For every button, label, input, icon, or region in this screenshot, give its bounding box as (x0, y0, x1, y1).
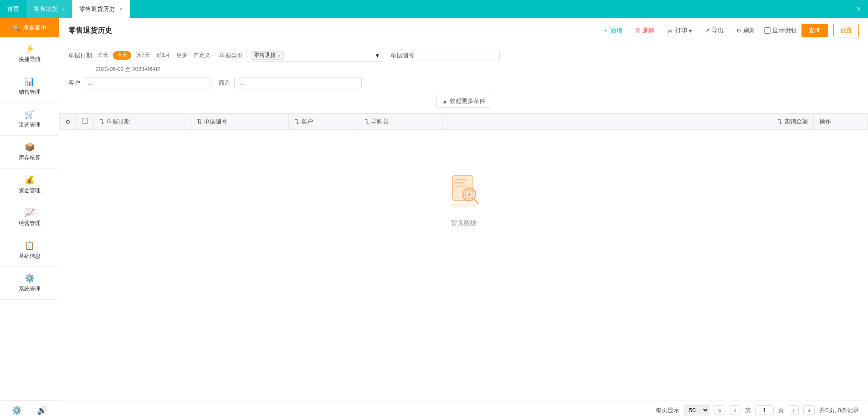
date-filter: 单据日期 昨天 今天 近7天 近1月 更多 自定义 (68, 51, 212, 60)
svg-rect-3 (455, 182, 465, 184)
export-label: 导出 (712, 26, 724, 35)
sales-icon: 📊 (25, 77, 35, 87)
shortcut-custom[interactable]: 自定义 (192, 51, 212, 60)
total-info: 共0页, 0条记录 (819, 406, 859, 415)
table-area: ⚙ ⇅ 单据日期 ⇅ 单据编号 ⇅ 客户 (59, 113, 868, 400)
doc-type-dropdown-icon: ▾ (376, 52, 379, 59)
finance-icon: 💰 (25, 175, 35, 185)
tab-retail-return[interactable]: 零售退货 × (26, 0, 72, 18)
sidebar-menu: ⚡ 快捷导航 📊 销售管理 🛒 采购管理 📦 库存核算 💰 资金管理 📈 (0, 37, 59, 400)
goods-placeholder: ... (238, 79, 243, 86)
empty-illustration (441, 166, 487, 212)
column-customer[interactable]: ⇅ 客户 (289, 114, 359, 130)
per-page-select[interactable]: 50 10 20 100 (684, 405, 709, 415)
shortcut-today[interactable]: 今天 (113, 51, 131, 60)
page-title: 零售退货历史 (68, 26, 112, 36)
column-doc-date[interactable]: ⇅ 单据日期 (94, 114, 191, 130)
window-close-button[interactable]: × (849, 5, 868, 13)
sidebar-item-finance[interactable]: 💰 资金管理 (0, 169, 59, 201)
sidebar-item-quick-nav[interactable]: ⚡ 快捷导航 (0, 37, 59, 70)
shortcut-yesterday[interactable]: 昨天 (96, 51, 110, 60)
sidebar-item-inventory-label: 库存核算 (19, 154, 41, 162)
tab-retail-return-history[interactable]: 零售退货历史 × (72, 0, 129, 18)
tab-home-label: 首页 (7, 5, 19, 13)
sidebar-item-purchase-mgmt[interactable]: 🛒 采购管理 (0, 103, 59, 136)
column-actual-amount[interactable]: ⇅ 实销金额 (716, 114, 813, 130)
customer-select[interactable]: ... (84, 77, 211, 88)
shortcut-last7[interactable]: 近7天 (134, 51, 152, 60)
table-header: ⚙ ⇅ 单据日期 ⇅ 单据编号 ⇅ 客户 (60, 114, 868, 130)
doc-type-tag-close[interactable]: × (277, 53, 280, 58)
refresh-button[interactable]: ↻ 刷新 (733, 25, 759, 36)
svg-rect-4 (455, 185, 466, 187)
filter-row-2: 客户 ... 商品 ... (68, 77, 859, 88)
sidebar-item-purchase-label: 采购管理 (19, 121, 41, 129)
doc-type-label: 单据类型 (219, 51, 243, 60)
collapse-button[interactable]: ▲ 收起更多条件 (436, 95, 491, 108)
empty-text: 暂无数据 (451, 219, 477, 227)
col-doc-num-label: ⇅ 单据编号 (197, 118, 227, 125)
filter-area: 单据日期 昨天 今天 近7天 近1月 更多 自定义 单据类型 (59, 43, 868, 113)
goods-select[interactable]: ... (234, 77, 362, 88)
first-page-button[interactable]: « (714, 405, 725, 415)
column-settings[interactable]: ⚙ (60, 114, 77, 130)
delete-label: 删除 (643, 26, 655, 35)
refresh-label: 刷新 (743, 26, 755, 35)
query-button[interactable]: 查询 (801, 24, 828, 37)
tab-retail-return-close[interactable]: × (62, 6, 65, 12)
settings-button[interactable]: 设置 (833, 24, 859, 37)
page-number-input[interactable] (755, 405, 774, 415)
doc-num-filter: 单据编号 (390, 50, 500, 61)
print-dropdown-icon: ▾ (689, 27, 692, 34)
column-doc-num[interactable]: ⇅ 单据编号 (191, 114, 289, 130)
print-label: 打印 (675, 26, 687, 35)
delete-button[interactable]: 🗑 删除 (632, 25, 658, 36)
sidebar-item-sales-mgmt[interactable]: 📊 销售管理 (0, 70, 59, 103)
tab-retail-return-history-close[interactable]: × (119, 6, 122, 12)
sidebar-item-operations[interactable]: 📈 经营管理 (0, 201, 59, 234)
gear-icon[interactable]: ⚙️ (12, 405, 22, 415)
svg-rect-2 (455, 179, 467, 180)
sidebar-item-quick-nav-label: 快捷导航 (19, 56, 41, 63)
sidebar-bottom: ⚙️ 🔊 (0, 400, 59, 420)
new-button[interactable]: ＋ 新增 (599, 25, 626, 36)
purchase-icon: 🛒 (25, 109, 35, 119)
doc-type-tag: 零售退货 × (251, 51, 283, 60)
content-area: 零售退货历史 ＋ 新增 🗑 删除 🖨 打印 ▾ ↗ 导出 (59, 18, 868, 420)
select-all-checkbox[interactable] (82, 118, 88, 124)
svg-point-8 (468, 193, 471, 196)
last-page-button[interactable]: » (803, 405, 815, 415)
prev-page-button[interactable]: ‹ (730, 405, 740, 415)
sidebar: 🔍 搜索菜单 ⚡ 快捷导航 📊 销售管理 🛒 采购管理 📦 库存核算 💰 (0, 18, 59, 420)
collapse-arrow-icon: ▲ (442, 98, 448, 105)
col-doc-date-label: ⇅ 单据日期 (99, 118, 130, 125)
sidebar-search[interactable]: 🔍 搜索菜单 (0, 18, 59, 37)
main-layout: 🔍 搜索菜单 ⚡ 快捷导航 📊 销售管理 🛒 采购管理 📦 库存核算 💰 (0, 18, 868, 420)
new-label: 新增 (611, 26, 622, 35)
doc-num-input[interactable] (418, 50, 500, 61)
svg-point-0 (450, 202, 478, 208)
per-page-label: 每页显示 (656, 406, 679, 415)
column-guide[interactable]: ⇅ 导购员 (359, 114, 442, 130)
sidebar-item-system-mgmt[interactable]: ⚙️ 系统管理 (0, 267, 59, 300)
empty-row: 暂无数据 (60, 130, 868, 264)
next-page-button[interactable]: › (789, 405, 799, 415)
filter-row-1: 单据日期 昨天 今天 近7天 近1月 更多 自定义 单据类型 (68, 49, 859, 62)
doc-type-select[interactable]: 零售退货 × ▾ (247, 49, 383, 62)
collapse-row: ▲ 收起更多条件 (68, 93, 859, 109)
header-actions: ＋ 新增 🗑 删除 🖨 打印 ▾ ↗ 导出 ↻ 刷新 (599, 24, 859, 37)
show-detail-checkbox[interactable] (764, 27, 770, 34)
shortcut-more[interactable]: 更多 (175, 51, 189, 60)
basic-info-icon: 📋 (25, 241, 35, 251)
sidebar-item-inventory[interactable]: 📦 库存核算 (0, 136, 59, 169)
export-button[interactable]: ↗ 导出 (701, 25, 727, 36)
sidebar-item-basic-info[interactable]: 📋 基础信息 (0, 234, 59, 267)
volume-icon[interactable]: 🔊 (37, 405, 47, 415)
shortcut-last1m[interactable]: 近1月 (154, 51, 172, 60)
customer-placeholder: ... (88, 79, 93, 86)
svg-line-7 (474, 199, 478, 204)
print-button[interactable]: 🖨 打印 ▾ (664, 25, 696, 36)
system-icon: ⚙️ (25, 273, 35, 283)
sidebar-item-operations-label: 经营管理 (19, 220, 41, 227)
tab-home[interactable]: 首页 (0, 0, 26, 18)
